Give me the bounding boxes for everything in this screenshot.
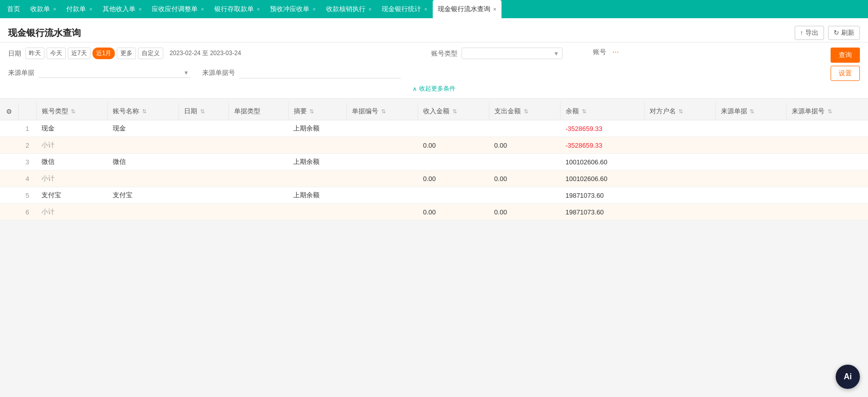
row-source-doc [715,204,787,220]
close-icon[interactable]: × [257,6,260,12]
filter-area: 日期 昨天 今天 近7天 近1月 更多 自定义 2023-02-24 至 202… [0,42,868,99]
row-index: 2 [18,137,36,154]
nav-payment[interactable]: 付款单 × [61,0,97,18]
row-source-doc-no [787,204,868,220]
export-icon: ↑ [800,29,804,36]
column-summary[interactable]: 摘要 [288,103,347,120]
account-row: 账号 ··· [593,48,621,57]
row-counterparty [644,170,715,187]
row-expense: 0.00 [489,137,561,154]
date-1month[interactable]: 近1月 [93,48,115,59]
date-shortcuts: 昨天 今天 近7天 近1月 更多 自定义 [25,48,163,59]
table-row[interactable]: 1 现金 现金 上期余额 -3528659.33 [0,120,868,137]
close-icon[interactable]: × [201,6,204,12]
query-button[interactable]: 查询 [831,48,860,63]
source-doc-no-input[interactable] [239,67,401,78]
row-account-name: 支付宝 [108,187,179,204]
row-counterparty [644,120,715,137]
date-custom[interactable]: 自定义 [138,48,163,59]
table-header-row: ⚙ 账号类型 账号名称 日期 单据类型 摘要 [0,103,868,120]
column-summary-label: 摘要 [294,107,307,115]
column-account-name[interactable]: 账号名称 [108,103,179,120]
close-icon[interactable]: × [424,6,427,12]
nav-home[interactable]: 首页 [2,0,25,18]
nav-adjustment[interactable]: 应收应付调整单 × [147,0,209,18]
row-balance: 100102606.60 [560,154,644,170]
nav-prepay[interactable]: 预收冲应收单 × [265,0,321,18]
row-doc-type [229,187,288,204]
account-dots-button[interactable]: ··· [610,48,621,57]
table-row[interactable]: 4 小计 0.00 0.00 100102606.60 [0,170,868,187]
page-header: 现金银行流水查询 ↑ 导出 ↻ 刷新 [0,18,868,42]
date-yesterday[interactable]: 昨天 [25,48,44,59]
nav-receipt[interactable]: 收款单 × [25,0,61,18]
collapse-icon: ∧ [413,85,417,93]
column-index [18,103,36,120]
table-row[interactable]: 2 小计 0.00 0.00 -3528659.33 [0,137,868,154]
column-source-doc[interactable]: 来源单据 [715,103,787,120]
date-filter-row: 日期 昨天 今天 近7天 近1月 更多 自定义 2023-02-24 至 202… [8,48,401,59]
sort-icon [199,107,205,115]
row-doc-no [347,137,418,154]
column-account-type[interactable]: 账号类型 [36,103,108,120]
row-doc-no [347,120,418,137]
account-type-select[interactable]: ▾ [462,48,563,59]
row-date [179,137,229,154]
date-label: 日期 [8,49,21,58]
row-income [418,120,489,137]
row-expense [489,187,561,204]
collapse-bar[interactable]: ∧ 收起更多条件 [8,82,860,93]
sort-icon [827,107,832,115]
row-source-doc-no [787,120,868,137]
table-row[interactable]: 3 微信 微信 上期余额 100102606.60 [0,154,868,170]
row-account-type: 小计 [36,170,108,187]
export-button[interactable]: ↑ 导出 [795,26,825,40]
date-today[interactable]: 今天 [47,48,66,59]
close-icon[interactable]: × [369,6,372,12]
nav-verify[interactable]: 收款核销执行 × [321,0,377,18]
nav-bank-deposit[interactable]: 银行存取款单 × [209,0,265,18]
column-doc-no[interactable]: 单据编号 [347,103,418,120]
date-more[interactable]: 更多 [117,48,136,59]
close-icon[interactable]: × [139,6,142,12]
row-source-doc [715,154,787,170]
sort-icon [380,107,386,115]
column-source-doc-label: 来源单据 [721,107,747,115]
column-expense[interactable]: 支出金额 [489,103,561,120]
date-7days[interactable]: 近7天 [68,48,90,59]
column-counterparty[interactable]: 对方户名 [644,103,715,120]
nav-cashflow[interactable]: 现金银行流水查询 × [433,0,501,18]
row-counterparty [644,204,715,220]
column-balance[interactable]: 余额 [560,103,644,120]
source-doc-select[interactable]: ▾ [38,68,190,78]
row-account-name [108,204,179,220]
chevron-down-icon: ▾ [555,50,558,57]
top-navigation: 首页 收款单 × 付款单 × 其他收入单 × 应收应付调整单 × 银行存取款单 … [0,0,868,18]
row-gear [0,170,18,187]
nav-stats[interactable]: 现金银行统计 × [377,0,432,18]
row-expense [489,120,561,137]
column-gear[interactable]: ⚙ [0,103,18,120]
close-icon[interactable]: × [53,6,56,12]
row-doc-type [229,120,288,137]
row-gear [0,187,18,204]
column-income[interactable]: 收入金额 [418,103,489,120]
row-index: 4 [18,170,36,187]
nav-other-income[interactable]: 其他收入单 × [98,0,147,18]
sort-icon [70,107,75,115]
row-summary: 上期余额 [288,120,347,137]
row-source-doc-no [787,187,868,204]
column-date[interactable]: 日期 [179,103,229,120]
setting-button[interactable]: 设置 [831,66,860,81]
row-balance: 19871073.60 [560,204,644,220]
row-doc-no [347,154,418,170]
date-range: 2023-02-24 至 2023-03-24 [169,49,241,58]
table-row[interactable]: 6 小计 0.00 0.00 19871073.60 [0,204,868,220]
refresh-button[interactable]: ↻ 刷新 [828,26,860,40]
close-icon[interactable]: × [493,6,496,12]
row-source-doc-no [787,137,868,154]
close-icon[interactable]: × [312,6,315,12]
column-source-doc-no[interactable]: 来源单据号 [787,103,868,120]
table-row[interactable]: 5 支付宝 支付宝 上期余额 19871073.60 [0,187,868,204]
close-icon[interactable]: × [89,6,92,12]
